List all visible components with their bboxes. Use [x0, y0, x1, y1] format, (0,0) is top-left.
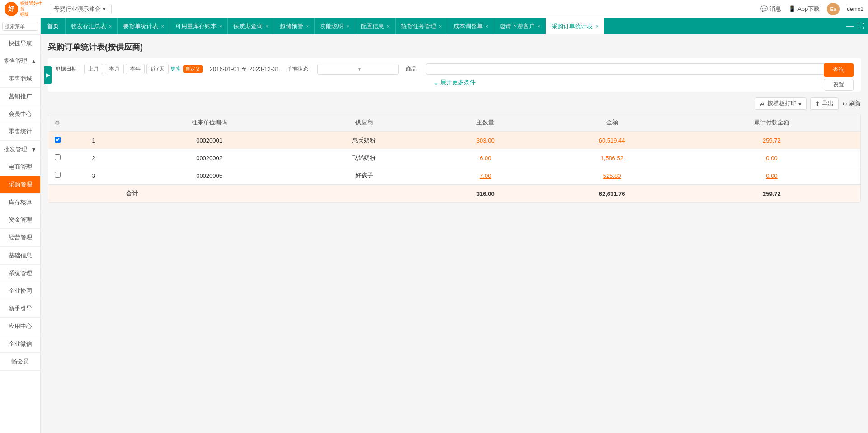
tab-purchase-summary-close[interactable]: ×	[595, 24, 598, 29]
footer-empty	[48, 185, 121, 202]
row-amount[interactable]: 525.80	[541, 167, 683, 185]
tab-home[interactable]: 首页	[41, 18, 65, 34]
tab-minimize-button[interactable]: —	[846, 22, 854, 30]
col-amount: 金额	[541, 114, 683, 132]
tab-overstock[interactable]: 超储预警 ×	[274, 18, 314, 34]
date-separator: 至	[241, 65, 247, 73]
tab-available-stock[interactable]: 可用量库存账本 ×	[170, 18, 227, 34]
row-main-qty[interactable]: 6.00	[430, 149, 541, 167]
filter-row-1: 单据日期 上月 本月 本年 近7天 更多 自定义 2016-01-01 至 20…	[55, 63, 854, 75]
message-icon: 💬	[760, 5, 768, 12]
table-row[interactable]: 2 00020002 飞鹤奶粉 6.00 1,586.52 0.00	[48, 149, 860, 167]
date-to: 2023-12-31	[249, 66, 279, 72]
row-main-qty[interactable]: 303.00	[430, 132, 541, 149]
shortcut-this-year[interactable]: 本年	[126, 64, 145, 74]
sidebar-item-retail-mgmt[interactable]: 零售管理 ▲	[0, 52, 40, 70]
expand-button[interactable]: ⌄ 展开更多条件	[434, 78, 476, 86]
page-title: 采购订单统计表(按供应商)	[48, 42, 861, 52]
sidebar-item-corp-wechat[interactable]: 企业微信	[0, 335, 40, 353]
top-bar-right: 💬 消息 📱 App下载 Ea demo2	[760, 3, 863, 15]
tab-receive-summary-close[interactable]: ×	[109, 24, 112, 29]
shortcut-last-7-days[interactable]: 近7天	[146, 64, 169, 74]
column-settings-icon[interactable]: ⚙	[55, 119, 60, 126]
tab-pick-task[interactable]: 拣货任务管理 ×	[395, 18, 447, 34]
export-button[interactable]: ⬆ 导出	[810, 97, 839, 110]
tab-overstock-close[interactable]: ×	[306, 24, 309, 29]
tab-available-stock-label: 可用量库存账本	[175, 22, 217, 30]
tab-config-info[interactable]: 配置信息 ×	[355, 18, 395, 34]
tab-order-stats-close[interactable]: ×	[161, 24, 164, 29]
tab-function-desc-close[interactable]: ×	[346, 24, 349, 29]
sidebar-item-member[interactable]: 会员中心	[0, 105, 40, 123]
tab-invite-downstream[interactable]: 邀请下游客户 ×	[494, 18, 546, 34]
status-dropdown[interactable]: ▾	[317, 64, 399, 75]
app-download-button[interactable]: 📱 App下载	[788, 5, 820, 13]
sidebar-item-wholesale[interactable]: 批发管理 ▼	[0, 141, 40, 158]
shortcut-last-month[interactable]: 上月	[84, 64, 103, 74]
row-paid-amount[interactable]: 259.72	[683, 132, 860, 149]
tab-cost-adjust-label: 成本调整单	[453, 22, 483, 30]
settings-button[interactable]: 设置	[824, 79, 854, 91]
footer-label: 合计	[121, 185, 298, 202]
row-main-qty[interactable]: 7.00	[430, 167, 541, 185]
expand-chevron-icon: ⌄	[434, 79, 439, 86]
tab-purchase-summary[interactable]: 采购订单统计表 ×	[546, 18, 604, 34]
sidebar-item-marketing[interactable]: 营销推广	[0, 88, 40, 105]
col-settings[interactable]: ⚙	[48, 114, 66, 132]
tab-pick-task-close[interactable]: ×	[439, 24, 442, 29]
tab-cost-adjust[interactable]: 成本调整单 ×	[448, 18, 494, 34]
tab-function-desc[interactable]: 功能说明 ×	[314, 18, 354, 34]
sidebar-item-retail-stats[interactable]: 零售统计	[0, 123, 40, 141]
refresh-button[interactable]: ↻ 刷新	[842, 100, 861, 108]
sidebar-item-ecommerce[interactable]: 电商管理	[0, 158, 40, 176]
row-unit-code: 00020002	[121, 149, 298, 167]
tab-bar-right: — ⛶	[846, 22, 868, 30]
row-checkbox[interactable]	[48, 167, 66, 185]
tab-receive-summary[interactable]: 收发存汇总表 ×	[65, 18, 117, 34]
query-button[interactable]: 查询	[824, 63, 854, 77]
row-checkbox[interactable]	[48, 132, 66, 149]
tab-order-stats[interactable]: 要货单统计表 ×	[117, 18, 169, 34]
row-checkbox[interactable]	[48, 149, 66, 167]
sidebar-item-inventory[interactable]: 库存核算	[0, 194, 40, 211]
tab-invite-downstream-close[interactable]: ×	[538, 24, 540, 29]
tab-available-stock-close[interactable]: ×	[219, 24, 222, 29]
sidebar-item-quick-nav[interactable]: 快捷导航	[0, 35, 40, 52]
logo-icon: 好	[5, 2, 18, 16]
tab-config-info-close[interactable]: ×	[387, 24, 390, 29]
sidebar-item-purchase[interactable]: 采购管理	[0, 176, 40, 194]
sidebar-item-operations[interactable]: 经营管理	[0, 229, 40, 247]
filter-collapse-button[interactable]: ▶	[44, 66, 52, 84]
col-paid-amount: 累计付款金额	[683, 114, 860, 132]
shortcut-more[interactable]: 更多	[170, 65, 181, 73]
tab-expiry-query-close[interactable]: ×	[265, 24, 268, 29]
shortcut-this-month[interactable]: 本月	[105, 64, 124, 74]
row-supplier: 飞鹤奶粉	[298, 149, 430, 167]
company-selector[interactable]: 母婴行业演示账套 ▾	[50, 4, 112, 14]
print-button[interactable]: 🖨 按模板打印 ▾	[755, 97, 807, 110]
sidebar-item-new-guide[interactable]: 新手引导	[0, 300, 40, 318]
message-button[interactable]: 💬 消息	[760, 5, 781, 13]
sidebar-item-vip[interactable]: 畅会员	[0, 353, 40, 371]
operations-label: 经营管理	[9, 233, 32, 242]
date-label: 单据日期	[55, 65, 77, 73]
row-paid-amount[interactable]: 0.00	[683, 167, 860, 185]
sidebar-item-enterprise[interactable]: 企业协同	[0, 282, 40, 300]
enterprise-label: 企业协同	[9, 287, 32, 295]
sidebar-item-app-center[interactable]: 应用中心	[0, 318, 40, 335]
row-amount[interactable]: 1,586.52	[541, 149, 683, 167]
row-supplier: 好孩子	[298, 167, 430, 185]
sidebar-item-finance[interactable]: 资金管理	[0, 211, 40, 229]
goods-input[interactable]	[430, 66, 844, 72]
table-row[interactable]: 3 00020005 好孩子 7.00 525.80 0.00	[48, 167, 860, 185]
table-row[interactable]: 1 00020001 惠氏奶粉 303.00 60,519.44 259.72	[48, 132, 860, 149]
tab-cost-adjust-close[interactable]: ×	[486, 24, 488, 29]
sidebar-item-retail-shop[interactable]: 零售商城	[0, 70, 40, 88]
search-input[interactable]	[2, 22, 38, 31]
sidebar-item-basic-info[interactable]: 基础信息	[0, 247, 40, 265]
tab-maximize-button[interactable]: ⛶	[857, 22, 864, 30]
sidebar-item-system[interactable]: 系统管理	[0, 265, 40, 282]
row-amount[interactable]: 60,519.44	[541, 132, 683, 149]
row-paid-amount[interactable]: 0.00	[683, 149, 860, 167]
tab-expiry-query[interactable]: 保质期查询 ×	[227, 18, 274, 34]
